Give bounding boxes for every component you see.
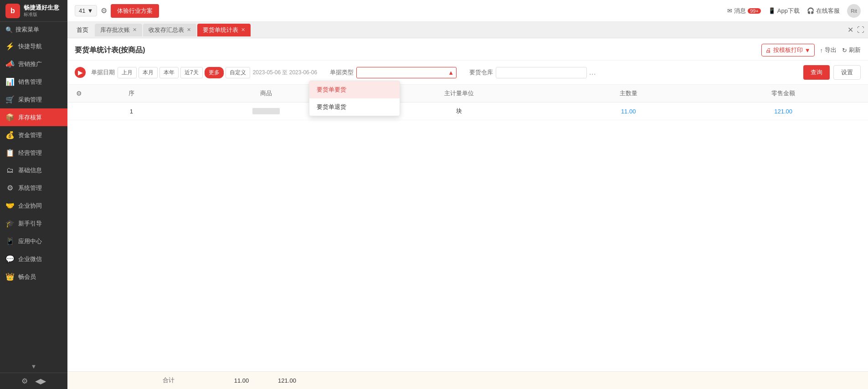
tab-bar-right: ✕ ⛶ [847,26,864,34]
tab-order-stats[interactable]: 要货单统计表 ✕ [197,24,251,36]
settings-button[interactable]: 设置 [833,65,861,80]
type-dropdown-chevron[interactable]: ▲ [448,69,454,76]
tab-receive-summary-close[interactable]: ✕ [187,27,191,33]
sidebar-item-wechat[interactable]: 💬 企业微信 [0,250,67,268]
app-edition: 标准版 [24,11,59,17]
export-btn[interactable]: ↑ 导出 [820,46,837,54]
message-icon: ✉ [727,7,732,14]
tab-receive-summary[interactable]: 收发存汇总表 ✕ [143,24,196,36]
col-settings[interactable]: ⚙ [67,85,90,102]
sidebar-item-label: 销售管理 [18,78,42,86]
row-amount-cell: 121.00 [699,102,868,120]
footer-amount: 121.00 [264,377,310,384]
sidebar-item-system[interactable]: ⚙ 系统管理 [0,179,67,197]
row-index-cell: 1 [90,102,173,120]
sidebar-item-membership[interactable]: 👑 畅会员 [0,268,67,286]
wechat-icon: 💬 [5,255,15,263]
print-btn[interactable]: 🖨 按模板打印 ▼ [761,44,815,56]
product-img-placeholder [252,108,280,114]
col-settings-icon[interactable]: ⚙ [76,90,82,97]
refresh-icon: ↻ [842,47,847,54]
user-avatar[interactable]: Rit [847,4,861,18]
row-quantity-link[interactable]: 11.00 [621,108,636,115]
tab-order-stats-label: 要货单统计表 [203,26,238,34]
sidebar-item-label: 畅会员 [18,273,36,281]
operations-icon: 📋 [5,148,15,157]
content-area: 要货单统计表(按商品) 🖨 按模板打印 ▼ ↑ 导出 ↻ 刷新 [67,38,868,389]
type-input-wrap: ▲ [356,67,457,78]
query-button[interactable]: 查询 [803,65,830,80]
store-selector[interactable]: 41 ▼ [75,5,97,16]
warehouse-more-btn[interactable]: … [589,68,596,77]
row-amount-link[interactable]: 121.00 [774,108,792,115]
sidebar-item-finance[interactable]: 💰 资金管理 [0,126,67,144]
maximize-window-btn[interactable]: ⛶ [857,26,864,34]
date-btn-this-year[interactable]: 本年 [159,67,179,78]
trial-button[interactable]: 体验行业方案 [111,4,159,18]
sidebar-item-app-center[interactable]: 📱 应用中心 [0,232,67,250]
online-service-label: 在线客服 [816,7,840,15]
sidebar-item-label: 采购管理 [18,96,42,104]
tab-bar: 首页 库存批次账 ✕ 收发存汇总表 ✕ 要货单统计表 ✕ ✕ ⛶ [67,22,868,38]
type-filter-label: 单据类型 [330,68,354,77]
sidebar-item-enterprise[interactable]: 🤝 企业协同 [0,197,67,215]
marketing-icon: 📣 [5,60,15,68]
app-download-item[interactable]: 📱 App下载 [768,7,800,15]
warehouse-input[interactable] [496,67,587,78]
top-bar-right: ✉ 消息 99+ 📱 App下载 🎧 在线客服 Rit [727,4,861,18]
refresh-btn[interactable]: ↻ 刷新 [842,46,861,54]
sidebar-item-operations[interactable]: 📋 经营管理 [0,144,67,162]
page-header: 要货单统计表(按商品) 🖨 按模板打印 ▼ ↑ 导出 ↻ 刷新 [67,38,868,61]
service-icon: 🎧 [807,7,814,14]
close-window-btn[interactable]: ✕ [847,26,853,34]
sidebar-item-inventory[interactable]: 📦 库存核算 [0,108,67,126]
sales-icon: 📊 [5,77,15,86]
tab-receive-summary-label: 收发存汇总表 [149,26,184,34]
date-btn-this-month[interactable]: 本月 [139,67,158,78]
sidebar-item-purchase[interactable]: 🛒 采购管理 [0,91,67,108]
enterprise-icon: 🤝 [5,201,15,210]
online-service-item[interactable]: 🎧 在线客服 [807,7,840,15]
sidebar-nav: ⚡ 快捷导航 📣 营销推广 📊 销售管理 🛒 采购管理 📦 库存核算 💰 资金管… [0,37,67,360]
tab-home[interactable]: 首页 [71,24,94,36]
type-input[interactable] [356,67,457,78]
system-icon: ⚙ [5,184,15,192]
sidebar-scroll-down[interactable]: ▼ [0,360,67,373]
phone-icon: 📱 [768,7,776,14]
date-btn-last-month[interactable]: 上月 [118,67,137,78]
store-dropdown-icon: ▼ [87,7,93,14]
main-area: 41 ▼ ⚙ 体验行业方案 ✉ 消息 99+ 📱 App下载 🎧 在线客服 Ri… [67,0,868,389]
dropdown-item-order-goods[interactable]: 要货单要货 [309,81,400,98]
collapse-icon[interactable]: ◀▶ [35,377,46,385]
expand-filter-btn[interactable]: ▶ [75,67,86,78]
date-btn-custom[interactable]: 自定义 [226,67,250,78]
sidebar-search[interactable]: 🔍 搜索菜单 [0,22,67,37]
top-bar-left: 41 ▼ ⚙ 体验行业方案 [75,4,722,18]
topbar-settings-icon[interactable]: ⚙ [101,6,107,15]
date-btn-more[interactable]: 更多 [205,67,224,78]
tab-inventory-batch-close[interactable]: ✕ [133,27,137,33]
page-actions: 🖨 按模板打印 ▼ ↑ 导出 ↻ 刷新 [761,44,861,56]
sidebar-item-base-info[interactable]: 🗂 基础信息 [0,162,67,179]
tab-home-label: 首页 [77,26,88,34]
sidebar-item-sales[interactable]: 📊 销售管理 [0,73,67,91]
notification-item[interactable]: ✉ 消息 99+ [727,7,761,15]
print-btn-label: 按模板打印 [773,46,803,54]
tab-inventory-batch[interactable]: 库存批次账 ✕ [95,24,142,36]
type-dropdown: 要货单要货 要货单退货 [309,81,400,116]
date-btn-last-7-days[interactable]: 近7天 [180,67,203,78]
warehouse-input-wrap: … [496,67,596,78]
export-btn-label: 导出 [825,46,837,54]
settings-bottom-icon[interactable]: ⚙ [21,377,28,385]
top-bar: 41 ▼ ⚙ 体验行业方案 ✉ 消息 99+ 📱 App下载 🎧 在线客服 Ri… [67,0,868,22]
page-title: 要货单统计表(按商品) [75,46,145,55]
tab-order-stats-close[interactable]: ✕ [241,27,245,33]
footer-label: 合计 [118,376,219,384]
sidebar-item-quick-nav[interactable]: ⚡ 快捷导航 [0,37,67,55]
dropdown-item-order-return[interactable]: 要货单退货 [309,98,400,116]
sidebar-item-marketing[interactable]: 📣 营销推广 [0,55,67,73]
col-amount: 零售金额 [699,85,868,102]
sidebar-item-guide[interactable]: 🎓 新手引导 [0,215,67,232]
sidebar-item-label: 营销推广 [18,60,42,68]
print-dropdown-icon: ▼ [805,47,811,54]
